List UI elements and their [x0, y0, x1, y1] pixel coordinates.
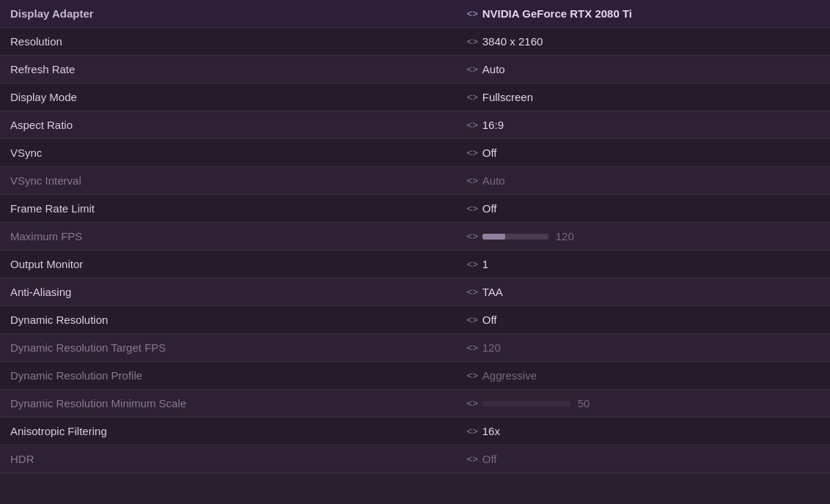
- settings-row: Dynamic Resolution Off: [0, 306, 830, 334]
- settings-row: VSync Interval Auto: [0, 167, 830, 195]
- setting-label: Maximum FPS: [0, 223, 457, 251]
- setting-label: Anisotropic Filtering: [0, 418, 457, 445]
- setting-value-cell[interactable]: Auto: [457, 167, 830, 195]
- arrows-icon[interactable]: [467, 147, 478, 158]
- settings-row: Refresh Rate Auto: [0, 56, 830, 84]
- setting-value: TAA: [482, 286, 503, 298]
- setting-value-cell[interactable]: 120: [457, 223, 830, 251]
- setting-label: Output Monitor: [0, 251, 457, 278]
- settings-row: Dynamic Resolution Profile Aggressive: [0, 362, 830, 390]
- setting-value-cell[interactable]: 50: [457, 390, 830, 418]
- arrows-icon[interactable]: [467, 259, 478, 270]
- settings-row: VSync Off: [0, 139, 830, 167]
- display-adapter-label: Display Adapter: [0, 0, 457, 28]
- setting-value: 50: [578, 397, 590, 410]
- arrows-icon[interactable]: [467, 36, 478, 47]
- arrows-icon[interactable]: [467, 370, 478, 381]
- setting-label: VSync Interval: [0, 167, 457, 195]
- arrows-icon[interactable]: [467, 175, 478, 186]
- arrows-icon[interactable]: [467, 92, 478, 103]
- setting-value: Auto: [482, 63, 505, 75]
- settings-row: Frame Rate Limit Off: [0, 195, 830, 223]
- setting-value: Off: [482, 147, 497, 159]
- arrows-icon[interactable]: [467, 453, 478, 464]
- slider-bar-dim[interactable]: [482, 401, 570, 407]
- adapter-value-text: NVIDIA GeForce RTX 2080 Ti: [482, 7, 632, 20]
- setting-value-cell[interactable]: 16x: [457, 418, 830, 445]
- display-adapter-value: NVIDIA GeForce RTX 2080 Ti: [457, 0, 830, 28]
- setting-value: Off: [482, 314, 497, 326]
- setting-value: Auto: [482, 174, 505, 187]
- setting-value: 16x: [482, 425, 500, 437]
- setting-value-cell[interactable]: Fullscreen: [457, 84, 830, 111]
- arrows-icon[interactable]: [467, 231, 478, 242]
- setting-label: Dynamic Resolution Target FPS: [0, 334, 457, 362]
- settings-row: HDR Off: [0, 445, 830, 473]
- setting-label: HDR: [0, 445, 457, 473]
- setting-label: Dynamic Resolution Minimum Scale: [0, 390, 457, 418]
- settings-row: Resolution 3840 x 2160: [0, 28, 830, 56]
- setting-value-cell[interactable]: 3840 x 2160: [457, 28, 830, 56]
- setting-value-cell[interactable]: Aggressive: [457, 362, 830, 390]
- arrows-icon[interactable]: [467, 398, 478, 409]
- settings-row: Output Monitor 1: [0, 251, 830, 278]
- setting-label: Refresh Rate: [0, 56, 457, 84]
- settings-row: Anti-Aliasing TAA: [0, 278, 830, 306]
- setting-value: Off: [482, 202, 497, 215]
- settings-row: Dynamic Resolution Target FPS 120: [0, 334, 830, 362]
- settings-row: Display Mode Fullscreen: [0, 84, 830, 111]
- setting-value: Fullscreen: [482, 91, 533, 103]
- setting-label: Dynamic Resolution Profile: [0, 362, 457, 390]
- arrows-icon[interactable]: [467, 314, 478, 325]
- setting-label: Aspect Ratio: [0, 111, 457, 139]
- setting-value-cell[interactable]: Off: [457, 195, 830, 223]
- arrows-icon[interactable]: [467, 119, 478, 130]
- setting-value: 16:9: [482, 119, 504, 131]
- slider-container[interactable]: 120: [482, 230, 574, 242]
- settings-row: Maximum FPS 120: [0, 223, 830, 251]
- setting-value: 3840 x 2160: [482, 35, 543, 48]
- setting-label: Resolution: [0, 28, 457, 56]
- setting-label: Anti-Aliasing: [0, 278, 457, 306]
- setting-value-cell[interactable]: 1: [457, 251, 830, 278]
- settings-row: Aspect Ratio 16:9: [0, 111, 830, 139]
- setting-value-cell[interactable]: Off: [457, 445, 830, 473]
- arrows-icon[interactable]: [467, 342, 478, 353]
- setting-label: Display Mode: [0, 84, 457, 111]
- setting-value: Off: [482, 453, 497, 465]
- arrows-icon[interactable]: [467, 64, 478, 75]
- arrows-icon[interactable]: [467, 203, 478, 214]
- slider-bar[interactable]: [482, 234, 548, 240]
- settings-row: Anisotropic Filtering 16x: [0, 418, 830, 445]
- setting-label: Frame Rate Limit: [0, 195, 457, 223]
- arrows-icon[interactable]: [467, 426, 478, 437]
- settings-row: Dynamic Resolution Minimum Scale 50: [0, 390, 830, 418]
- setting-value: Aggressive: [482, 369, 537, 382]
- setting-value-cell[interactable]: 16:9: [457, 111, 830, 139]
- slider-container[interactable]: 50: [482, 397, 590, 410]
- setting-value: 1: [482, 258, 488, 270]
- arrows-icon[interactable]: [467, 8, 478, 19]
- settings-table: Display Adapter NVIDIA GeForce RTX 2080 …: [0, 0, 830, 473]
- setting-value-cell[interactable]: Off: [457, 306, 830, 334]
- setting-value: 120: [556, 230, 574, 242]
- arrows-icon[interactable]: [467, 286, 478, 297]
- setting-value-cell[interactable]: Auto: [457, 56, 830, 84]
- setting-value-cell[interactable]: Off: [457, 139, 830, 167]
- setting-label: Dynamic Resolution: [0, 306, 457, 334]
- setting-value-cell[interactable]: 120: [457, 334, 830, 362]
- display-adapter-row: Display Adapter NVIDIA GeForce RTX 2080 …: [0, 0, 830, 28]
- setting-label: VSync: [0, 139, 457, 167]
- slider-fill: [482, 234, 506, 240]
- setting-value-cell[interactable]: TAA: [457, 278, 830, 306]
- setting-value: 120: [482, 341, 501, 354]
